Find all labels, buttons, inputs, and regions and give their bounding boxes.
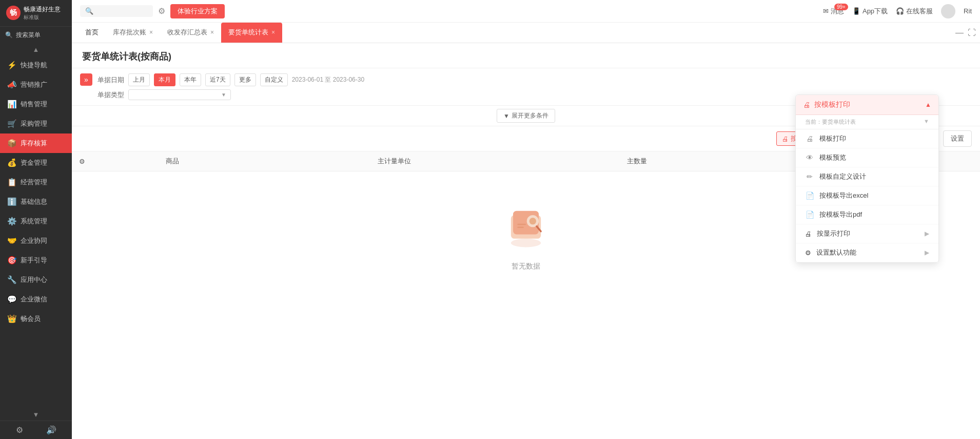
page-title: 要货单统计表(按商品) [72,43,980,68]
sidebar-item-app-center[interactable]: 🔧 应用中心 [0,270,72,290]
dropdown-item-template-print[interactable]: 🖨 模板打印 [796,129,938,148]
export-pdf-icon: 📄 [805,211,814,219]
table-col-unit: 主计量单位 [252,151,536,171]
sidebar-item-label: 经营管理 [21,178,47,187]
sales-icon: 📊 [7,100,16,109]
collab-icon: 🤝 [7,236,16,245]
sidebar-item-quick-nav[interactable]: ⚡ 快捷导航 [0,55,72,75]
table-settings-col[interactable]: ⚙ [72,151,92,171]
expand-label: 展开更多条件 [512,111,548,120]
sidebar-item-operation[interactable]: 📋 经营管理 [0,173,72,192]
expand-more-btn[interactable]: ▼ 展开更多条件 [497,109,555,123]
filter-expand-button[interactable]: » [80,73,92,86]
date-prev-month-btn[interactable]: 上月 [128,73,150,86]
expand-icon: ▼ [503,112,509,120]
date-year-btn[interactable]: 本年 [180,73,201,86]
minimize-icon[interactable]: — [955,28,964,37]
sidebar-item-guide[interactable]: 🎯 新手引导 [0,251,72,270]
dropdown-item-export-excel[interactable]: 📄 按模板导出excel [796,186,938,205]
sidebar-item-sales[interactable]: 📊 销售管理 [0,94,72,114]
date-custom-btn[interactable]: 自定义 [260,73,288,86]
header-search-box[interactable]: 🔍 [80,5,153,17]
dropdown-header[interactable]: 🖨 按模板打印 ▲ [796,95,938,115]
sidebar-scroll-up[interactable]: ▲ [0,44,72,55]
app-logo: 畅 畅康通好生意 标准版 [0,0,72,27]
messages-btn[interactable]: ✉ 消息 99+ [823,7,844,16]
date-more-btn[interactable]: 更多 [234,73,256,86]
maximize-icon[interactable]: ⛶ [968,28,976,37]
dropdown-item-default-func[interactable]: ⚙ 设置默认功能 ▶ [796,243,938,262]
date-range-text: 2023-06-01 至 2023-06-30 [292,75,364,84]
tab-order-stats-close[interactable]: × [271,29,275,36]
sidebar-item-system[interactable]: ⚙️ 系统管理 [0,212,72,231]
sidebar-item-label: 应用中心 [21,275,47,284]
guide-icon: 🎯 [7,256,16,265]
tab-batch-account-close[interactable]: × [149,29,153,36]
dropdown-header-label: 按模板打印 [814,100,850,109]
sidebar-item-basic[interactable]: ℹ️ 基础信息 [0,192,72,212]
template-preview-label: 模板预览 [819,153,846,162]
table-col-product: 商品 [92,151,252,171]
footer-audio-btn[interactable]: 🔊 [46,425,56,435]
sidebar-footer: ⚙ 🔊 [0,421,72,439]
basic-icon: ℹ️ [7,197,16,206]
tab-window-controls: — ⛶ [955,28,976,37]
sidebar-item-marketing[interactable]: 📣 营销推广 [0,75,72,94]
dropdown-header-arrow: ▲ [925,101,931,108]
sidebar-search[interactable]: 🔍 搜索菜单 [0,27,72,44]
sidebar-item-finance[interactable]: 💰 资金管理 [0,153,72,173]
sidebar-item-label: 企业协同 [21,236,47,245]
template-preview-icon: 👁 [805,154,814,162]
dropdown-header-icon: 🖨 [803,101,810,109]
sidebar-item-wechat[interactable]: 💬 企业微信 [0,290,72,309]
purchase-icon: 🛒 [7,119,16,128]
dropdown-item-export-pdf[interactable]: 📄 按模板导出pdf [796,205,938,224]
tab-collection-summary-close[interactable]: × [210,29,214,36]
display-print-label: 按显示打印 [817,229,850,238]
tab-home[interactable]: 首页 [78,23,106,43]
dropdown-item-display-print[interactable]: 🖨 按显示打印 ▶ [796,224,938,243]
marketing-icon: 📣 [7,80,16,89]
export-excel-label: 按模板导出excel [819,191,868,200]
table-col-quantity: 主数量 [536,151,737,171]
date-current-month-btn[interactable]: 本月 [154,73,175,86]
app-download-btn[interactable]: 📱 App下载 [852,7,888,16]
dropdown-item-template-preview[interactable]: 👁 模板预览 [796,148,938,167]
operation-icon: 📋 [7,178,16,187]
sidebar-scroll-down[interactable]: ▼ [0,409,72,421]
trial-button[interactable]: 体验行业方案 [170,4,225,18]
sidebar-item-collab[interactable]: 🤝 企业协同 [0,231,72,251]
header-search-input[interactable] [96,8,148,15]
settings-button[interactable]: 设置 [943,130,972,147]
date-week7-btn[interactable]: 近7天 [205,73,230,86]
sidebar-item-member[interactable]: 👑 畅会员 [0,309,72,329]
order-type-select[interactable]: ▼ [128,89,231,100]
wechat-icon: 💬 [7,295,16,304]
default-func-arrow: ▶ [925,249,929,256]
dropdown-item-template-design[interactable]: ✏ 模板自定义设计 [796,167,938,186]
sidebar-item-label: 采购管理 [21,119,47,128]
search-icon: 🔍 [5,31,13,39]
display-print-arrow: ▶ [925,230,929,237]
tab-home-label: 首页 [85,28,99,37]
tab-collection-summary[interactable]: 收发存汇总表 × [160,23,221,43]
svg-point-4 [530,218,536,224]
default-func-icon: ⚙ [805,249,811,257]
template-print-icon: 🖨 [805,135,814,143]
sidebar-item-inventory[interactable]: 📦 库存核算 [0,133,72,153]
username[interactable]: Rit [964,7,972,15]
header-gear-icon[interactable]: ⚙ [158,6,165,16]
header-search-icon: 🔍 [85,7,93,15]
online-service-btn[interactable]: 🎧 在线客服 [896,7,933,16]
tab-order-stats[interactable]: 要货单统计表 × [221,23,282,43]
sidebar-item-label: 畅会员 [21,314,41,323]
inventory-icon: 📦 [7,139,16,148]
avatar[interactable] [941,4,955,18]
sidebar-item-label: 营销推广 [21,80,47,89]
current-arrow: ▼ [924,118,929,124]
current-section-label: 当前：要货单统计表 ▼ [796,115,938,129]
footer-settings-btn[interactable]: ⚙ [16,425,23,435]
sidebar-item-purchase[interactable]: 🛒 采购管理 [0,114,72,133]
tab-batch-account[interactable]: 库存批次账 × [106,23,160,43]
tab-collection-summary-label: 收发存汇总表 [167,28,207,37]
